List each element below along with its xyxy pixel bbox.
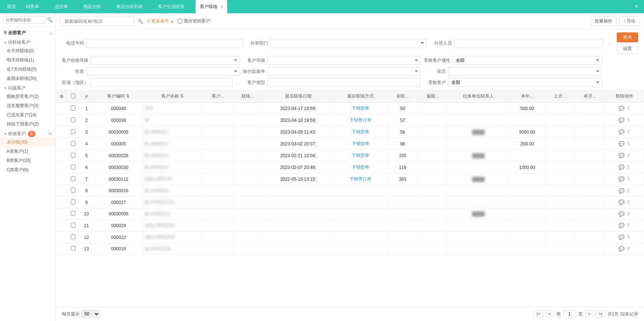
nav-tab-sales[interactable]: 销售单 × — [21, 0, 49, 13]
refresh-icon[interactable]: ↻ — [49, 131, 52, 136]
close-all-tabs[interactable]: × — [632, 3, 641, 10]
nav-tab-customer-mgmt[interactable]: 客户分层经营 × — [154, 0, 194, 13]
sidebar-item-tomorrow[interactable]: 明天待联络(1) — [0, 56, 56, 65]
nav-tab-analysis-list[interactable]: 商品分析列表 × — [112, 0, 152, 13]
th-name[interactable]: 客户名称 ⇅ — [142, 90, 203, 103]
sidebar-item-churned[interactable]: 已流失客户(24) — [0, 110, 56, 120]
grid-action-icon[interactable]: ⠿ — [627, 141, 630, 147]
table-cell[interactable]: 下销货单 — [334, 103, 388, 114]
table-cell[interactable] — [334, 197, 388, 208]
sidebar-item-overdue[interactable]: 逾期未联络(30) — [0, 74, 56, 83]
row-checkbox[interactable] — [71, 176, 75, 181]
sidebar-item-7days[interactable]: 近7天待联络(0) — [0, 65, 56, 74]
nav-home[interactable]: 首页 — [3, 3, 20, 10]
close-tab-analysis-list[interactable]: × — [146, 5, 148, 9]
grid-action-icon[interactable]: ⠿ — [627, 223, 630, 228]
row-checkbox[interactable] — [71, 211, 75, 216]
batch-op-button[interactable]: 批量操作 — [591, 16, 616, 26]
sidebar-item-b-class[interactable]: B类客户(33) — [0, 156, 56, 165]
chat-icon[interactable]: 💬 — [619, 141, 624, 147]
table-cell[interactable]: 下销货单 — [334, 126, 388, 138]
contact-way-link[interactable]: 下销售订单 — [349, 117, 372, 123]
filter-select-payment[interactable] — [267, 67, 421, 76]
filter-select-price-grade[interactable] — [91, 56, 240, 65]
last-page-btn[interactable]: >| — [596, 310, 605, 318]
th-code[interactable]: 客户编码 ⇅ — [95, 90, 142, 103]
all-customers-title[interactable]: ⠿ 全部客户 — [4, 30, 26, 36]
filter-input-person[interactable] — [454, 39, 603, 47]
sidebar-search-icon[interactable]: 🔍 — [47, 17, 53, 22]
select-all-checkbox[interactable] — [71, 94, 75, 98]
first-page-btn[interactable]: |< — [534, 310, 543, 318]
row-checkbox[interactable] — [71, 117, 75, 122]
sidebar-item-abnormal[interactable]: 囤购异常客户(2) — [0, 92, 56, 101]
table-cell[interactable] — [334, 243, 388, 255]
filter-select-dept[interactable] — [270, 39, 427, 47]
sidebar-item-a-class[interactable]: A类客户(1) — [0, 147, 56, 156]
my-customers-checkbox[interactable] — [177, 19, 182, 24]
contact-way-link[interactable]: 下销售订单 — [349, 176, 372, 181]
next-page-btn[interactable]: > — [585, 310, 594, 318]
sidebar-item-declining[interactable]: 持续下滑客户(2) — [0, 120, 56, 129]
grid-action-icon[interactable]: ⠿ — [627, 188, 630, 194]
row-checkbox[interactable] — [71, 165, 75, 169]
grid-action-icon[interactable]: ⠿ — [627, 153, 630, 158]
contact-way-link[interactable]: 下销货单 — [352, 106, 369, 111]
grid-action-icon[interactable]: ⠿ — [627, 106, 630, 111]
row-checkbox[interactable] — [71, 200, 75, 204]
close-tab-analysis[interactable]: × — [104, 5, 106, 9]
grid-action-icon[interactable]: ⠿ — [627, 234, 630, 240]
chat-icon[interactable]: 💬 — [619, 165, 624, 170]
chat-icon[interactable]: 💬 — [619, 200, 624, 205]
filter-select-nature[interactable] — [86, 67, 240, 76]
table-cell[interactable]: 下销货单 — [334, 150, 388, 162]
chat-icon[interactable]: 💬 — [619, 234, 624, 240]
th-check[interactable] — [68, 90, 78, 103]
chat-icon[interactable]: 💬 — [619, 188, 624, 194]
row-checkbox[interactable] — [71, 129, 75, 134]
row-checkbox[interactable] — [71, 141, 75, 146]
sidebar-item-today[interactable]: 今天待联络(0) — [0, 46, 56, 56]
close-tab-customer-mgmt[interactable]: × — [187, 5, 190, 9]
nav-tab-analysis[interactable]: 商品分析 × — [79, 0, 110, 13]
filter-search-icon[interactable]: 🔍 — [138, 19, 143, 24]
nav-tab-purchase[interactable]: 进货单 × — [50, 0, 77, 13]
chat-icon[interactable]: 💬 — [619, 176, 624, 182]
collapse-icon[interactable]: « — [50, 31, 52, 35]
chat-icon[interactable]: 💬 — [619, 153, 624, 158]
nav-tab-customer-contact[interactable]: 客户联络 × — [196, 0, 227, 13]
filter-select-attr[interactable]: 全部 — [453, 56, 602, 65]
chat-icon[interactable]: 💬 — [619, 246, 624, 252]
filter-more-btn[interactable]: ▽ 更多条件 ▲ — [147, 18, 174, 24]
grid-action-icon[interactable]: ⠿ — [627, 117, 630, 123]
search-button[interactable]: 查询 — [617, 32, 638, 42]
chat-icon[interactable]: 💬 — [619, 129, 624, 135]
table-cell[interactable]: 下销货单 — [334, 138, 388, 150]
table-cell[interactable] — [334, 185, 388, 197]
table-cell[interactable]: 下销售订单 — [334, 114, 388, 126]
grid-action-icon[interactable]: ⠿ — [627, 176, 630, 182]
grid-action-icon[interactable]: ⠿ — [627, 200, 630, 205]
table-cell[interactable]: 下销货单 — [334, 162, 388, 173]
th-settings[interactable]: ⚙ — [56, 90, 68, 103]
grid-action-icon[interactable]: ⠿ — [627, 246, 630, 252]
chat-icon[interactable]: 💬 — [619, 211, 624, 217]
filter-select-grade[interactable] — [267, 56, 421, 65]
filter-select-sparse[interactable]: 全部 — [448, 78, 602, 87]
sidebar-item-c-class[interactable]: C类客户(6) — [0, 165, 56, 174]
grid-action-icon[interactable]: ⠿ — [627, 165, 630, 170]
sidebar-item-ungroup[interactable]: 未分组(32) — [0, 138, 56, 147]
table-cell[interactable] — [334, 232, 388, 243]
close-tab-purchase[interactable]: × — [71, 5, 73, 9]
filter-input-cust-type[interactable] — [267, 78, 421, 87]
row-checkbox[interactable] — [71, 106, 75, 110]
dots-icon-2[interactable]: … — [236, 80, 240, 85]
chat-icon[interactable]: 💬 — [619, 117, 624, 123]
dots-icon[interactable]: … — [606, 40, 611, 46]
filter-input-phone[interactable] — [86, 39, 243, 47]
close-tab-customer-contact[interactable]: × — [221, 5, 223, 9]
contact-way-link[interactable]: 下销货单 — [352, 141, 369, 146]
filter-search-input[interactable] — [60, 17, 134, 26]
reset-button[interactable]: 设置 — [617, 44, 638, 54]
my-customers-checkbox-label[interactable]: 我分管的客户 — [177, 18, 210, 24]
